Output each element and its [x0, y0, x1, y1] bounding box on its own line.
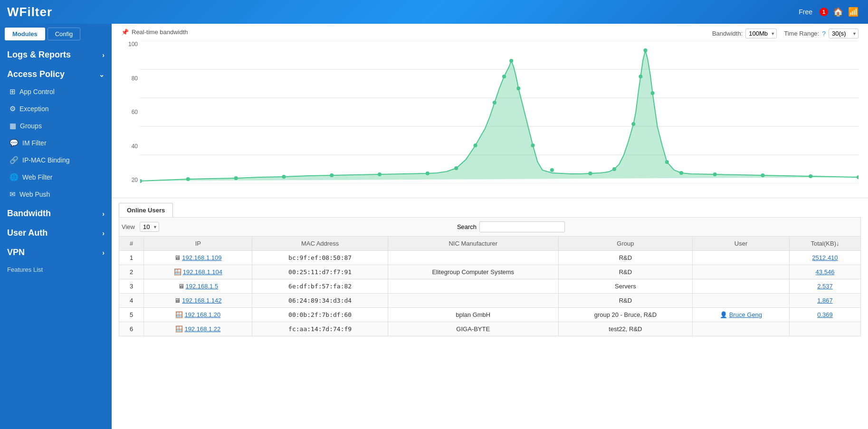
bandwidth-area-path — [140, 50, 858, 181]
time-range-select-wrapper[interactable]: 30(s) 60(s) 120(s) — [829, 29, 858, 38]
sidebar-tabs: Modules Config — [0, 24, 112, 44]
view-count-select-wrapper[interactable]: 10 25 50 — [140, 222, 159, 232]
chart-pin-icon: 📌 — [121, 29, 129, 36]
bandwidth-control-label: Bandwidth: — [712, 30, 743, 37]
sidebar-item-web-filter[interactable]: 🌐 Web Filter — [0, 169, 112, 186]
col-mac: MAC Address — [252, 237, 388, 251]
wifi-icon[interactable]: 📶 — [848, 7, 858, 17]
col-nic: NIC Manufacturer — [388, 237, 558, 251]
cell-mac: 6e:df:bf:57:fa:82 — [252, 279, 388, 294]
help-icon[interactable]: ? — [822, 30, 826, 38]
cell-nic — [388, 251, 558, 265]
chart-svg-area — [140, 41, 858, 183]
sidebar-item-web-push[interactable]: ✉ Web Push — [0, 186, 112, 203]
cell-num: 3 — [119, 279, 144, 294]
time-range-label: Time Range: — [784, 30, 819, 37]
cell-num: 4 — [119, 294, 144, 308]
cell-total: 2512.410 — [789, 251, 860, 265]
header-icons: 1 🏠 📶 — [820, 7, 858, 17]
exception-label: Exception — [19, 105, 48, 113]
sidebar-section-logs[interactable]: Logs & Reports › — [0, 44, 112, 64]
table-search: Search — [457, 221, 565, 232]
tab-config[interactable]: Config — [48, 28, 81, 40]
chart-dot — [330, 173, 334, 177]
cell-group: Servers — [558, 279, 693, 294]
col-num: # — [119, 237, 144, 251]
sidebar-item-exception[interactable]: ⚙ Exception — [0, 100, 112, 117]
cell-total: 43.546 — [789, 265, 860, 279]
chart-dot — [234, 176, 238, 180]
table-body: 1 🖥192.168.1.109 bc:9f:ef:08:50:87 R&D 2… — [119, 251, 861, 336]
chart-dot — [857, 175, 858, 179]
col-total: Total(KB)↓ — [789, 237, 860, 251]
cell-nic: bplan GmbH — [388, 308, 558, 322]
cell-user — [693, 322, 790, 336]
sidebar-section-vpn[interactable]: VPN › — [0, 242, 112, 261]
cell-num: 5 — [119, 308, 144, 322]
web-push-label: Web Push — [19, 191, 50, 198]
cell-ip: 🖥192.168.1.142 — [144, 294, 252, 308]
chart-dot — [643, 48, 647, 52]
table-row: 3 🖥192.168.1.5 6e:df:bf:57:fa:82 Servers… — [119, 279, 861, 294]
chart-dot — [809, 174, 812, 178]
chart-dot — [550, 168, 554, 172]
sidebar-section-user-auth[interactable]: User Auth › — [0, 222, 112, 242]
app-control-icon: ⊞ — [10, 87, 16, 96]
cell-mac: 00:25:11:d7:f7:91 — [252, 265, 388, 279]
table-row: 2 🪟192.168.1.104 00:25:11:d7:f7:91 Elite… — [119, 265, 861, 279]
sidebar-item-ip-mac-binding[interactable]: 🔗 IP-MAC Binding — [0, 152, 112, 169]
web-push-icon: ✉ — [10, 190, 16, 199]
chart-dot — [761, 173, 764, 177]
cell-nic: GIGA-BYTE — [388, 322, 558, 336]
cell-group: test22, R&D — [558, 322, 693, 336]
header: WFilter Free 1 🏠 📶 — [0, 0, 868, 24]
chart-dot — [426, 172, 429, 175]
bandwidth-control: Bandwidth: 100Mb 10Mb 1Gb — [712, 29, 777, 38]
view-count-select[interactable]: 10 25 50 — [140, 222, 159, 232]
cell-user — [693, 251, 790, 265]
bandwidth-chart-svg — [140, 41, 858, 183]
cell-ip: 🖥192.168.1.109 — [144, 251, 252, 265]
search-input[interactable] — [479, 221, 565, 232]
sidebar-item-app-control[interactable]: ⊞ App Control — [0, 83, 112, 100]
tab-modules[interactable]: Modules — [5, 28, 45, 40]
cell-ip: 🪟192.168.1.22 — [144, 322, 252, 336]
bandwidth-select-wrapper[interactable]: 100Mb 10Mb 1Gb — [745, 29, 777, 38]
exception-icon: ⚙ — [10, 105, 16, 113]
sidebar-section-bandwidth[interactable]: Bandwidth › — [0, 203, 112, 222]
ip-mac-label: IP-MAC Binding — [22, 156, 70, 164]
features-list[interactable]: Features List — [0, 261, 112, 278]
chart-dot — [713, 172, 717, 176]
logs-chevron-icon: › — [102, 51, 105, 59]
cell-user — [693, 265, 790, 279]
web-filter-icon: 🌐 — [10, 173, 19, 181]
status-label: Free — [799, 8, 812, 16]
col-group: Group — [558, 237, 693, 251]
chart-dot — [454, 166, 458, 170]
sidebar-section-access-policy[interactable]: Access Policy ⌄ — [0, 64, 112, 83]
col-ip: IP — [144, 237, 252, 251]
table-row: 6 🪟192.168.1.22 fc:aa:14:7d:74:f9 GIGA-B… — [119, 322, 861, 336]
y-label-40: 40 — [132, 143, 138, 150]
chart-dot — [516, 86, 520, 90]
cell-nic — [388, 279, 558, 294]
app-logo: WFilter — [7, 5, 52, 19]
cell-ip: 🪟192.168.1.104 — [144, 265, 252, 279]
chart-dot — [665, 160, 669, 164]
cell-group: R&D — [558, 265, 693, 279]
cell-total: 1.867 — [789, 294, 860, 308]
sidebar-item-im-filter[interactable]: 💬 IM Filter — [0, 134, 112, 152]
chart-header: 📌 Real-time bandwidth Bandwidth: 100Mb 1… — [121, 29, 858, 38]
cell-total: 0.369 — [789, 308, 860, 322]
chart-dot — [651, 91, 655, 95]
cell-user — [693, 294, 790, 308]
time-range-select[interactable]: 30(s) 60(s) 120(s) — [829, 29, 858, 38]
bandwidth-select[interactable]: 100Mb 10Mb 1Gb — [745, 29, 777, 38]
cell-total — [789, 322, 860, 336]
online-users-tab[interactable]: Online Users — [119, 203, 173, 217]
app-control-label: App Control — [19, 88, 55, 95]
sidebar-item-groups[interactable]: ▦ Groups — [0, 117, 112, 134]
chart-section: 📌 Real-time bandwidth Bandwidth: 100Mb 1… — [112, 24, 868, 198]
cell-user — [693, 279, 790, 294]
home-icon[interactable]: 🏠 — [833, 7, 843, 17]
